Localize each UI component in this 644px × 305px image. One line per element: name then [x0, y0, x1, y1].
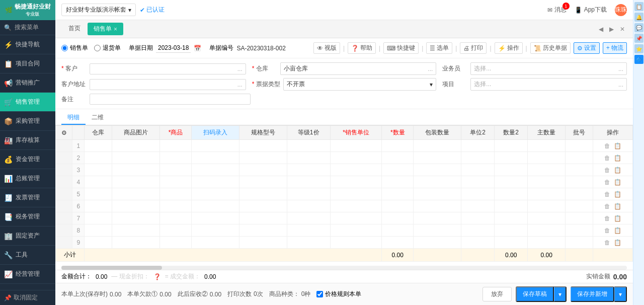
row-sales-unit[interactable] — [330, 176, 382, 188]
sidebar-item-sales[interactable]: 🛒 销售管理 — [0, 93, 55, 112]
row-qty[interactable] — [382, 164, 414, 176]
delete-icon[interactable]: 🗑 — [604, 215, 610, 222]
row-qty[interactable] — [382, 188, 414, 200]
delete-icon[interactable]: 🗑 — [604, 239, 610, 246]
row-warehouse[interactable] — [85, 237, 112, 249]
save-new-button[interactable]: 保存并新增 — [571, 286, 614, 302]
cancel-fixed-button[interactable]: 📌 取消固定 — [0, 290, 55, 305]
row-qty2[interactable] — [495, 237, 528, 249]
row-batch-import[interactable] — [191, 224, 239, 237]
copy-icon[interactable]: 📋 — [614, 191, 621, 198]
row-pack-qty[interactable] — [414, 237, 461, 249]
row-pack-qty[interactable] — [414, 224, 461, 237]
sidebar-item-tools[interactable]: 🔧 工具 — [0, 246, 55, 265]
right-panel-icon2[interactable]: 🔔 — [634, 13, 643, 22]
row-product-img[interactable] — [112, 152, 160, 164]
row-qty[interactable] — [382, 152, 414, 164]
price-check-item[interactable]: 价格规则本单 — [316, 290, 361, 298]
right-panel-icon5[interactable]: ⭐ — [634, 44, 643, 53]
row-spec[interactable] — [239, 237, 287, 249]
staff-input[interactable]: 选择... ... — [470, 62, 627, 75]
row-sales-unit[interactable] — [330, 200, 382, 212]
right-panel-icon3[interactable]: 💬 — [634, 23, 643, 32]
row-grade-price[interactable] — [287, 140, 330, 152]
row-unit2[interactable] — [461, 164, 495, 176]
row-batch-import[interactable] — [191, 237, 239, 249]
row-sales-unit[interactable] — [330, 140, 382, 152]
row-product[interactable] — [160, 224, 192, 237]
row-grade-price[interactable] — [287, 164, 330, 176]
sidebar-item-marketing[interactable]: 📢 营销推广 — [0, 73, 55, 93]
sidebar-item-invoice[interactable]: 🧾 发票管理 — [0, 188, 55, 207]
row-batch[interactable] — [566, 152, 593, 164]
row-batch[interactable] — [566, 237, 593, 249]
th-settings[interactable]: ⚙ — [56, 126, 72, 140]
row-pack-qty[interactable] — [414, 164, 461, 176]
sidebar-item-project[interactable]: 📋 项目合同 — [0, 54, 55, 73]
company-selector[interactable]: 好业财专业版演示帐套 ▾ — [61, 4, 136, 16]
row-qty[interactable] — [382, 212, 414, 224]
copy-icon[interactable]: 📋 — [614, 227, 621, 234]
row-product-img[interactable] — [112, 164, 160, 176]
sidebar-item-accounting[interactable]: 📊 总账管理 — [0, 169, 55, 188]
delete-icon[interactable]: 🗑 — [604, 142, 610, 149]
row-product[interactable] — [160, 140, 192, 152]
draft-caret-button[interactable]: ▾ — [554, 286, 567, 302]
row-qty[interactable] — [382, 140, 414, 152]
row-warehouse[interactable] — [85, 176, 112, 188]
help-button[interactable]: ❓ 帮助 — [348, 42, 376, 54]
row-batch-import[interactable] — [191, 188, 239, 200]
shortcut-button[interactable]: ⌨ 快捷键 — [383, 42, 419, 54]
row-batch-import[interactable] — [191, 140, 239, 152]
sidebar-item-reports[interactable]: 💳 小畅报销 — [0, 284, 55, 290]
message-button[interactable]: ✉ 1 消息 — [547, 6, 567, 14]
row-main-qty[interactable] — [528, 237, 566, 249]
row-unit2[interactable] — [461, 200, 495, 212]
sidebar-item-finance[interactable]: 💰 资金管理 — [0, 150, 55, 169]
copy-icon[interactable]: 📋 — [614, 167, 621, 174]
row-batch[interactable] — [566, 140, 593, 152]
row-spec[interactable] — [239, 164, 287, 176]
user-avatar[interactable]: 珠珠 — [615, 4, 627, 16]
row-main-qty[interactable] — [528, 164, 566, 176]
row-batch[interactable] — [566, 176, 593, 188]
row-spec[interactable] — [239, 176, 287, 188]
delete-icon[interactable]: 🗑 — [604, 203, 610, 210]
tab-detail-erwei[interactable]: 二维 — [86, 111, 110, 125]
delete-icon[interactable]: 🗑 — [604, 179, 610, 186]
row-product-img[interactable] — [112, 140, 160, 152]
copy-icon[interactable]: 📋 — [614, 215, 621, 222]
tab-prev-button[interactable]: ◀ — [597, 25, 605, 34]
copy-icon[interactable]: 📋 — [614, 203, 621, 210]
row-qty[interactable] — [382, 200, 414, 212]
row-pack-qty[interactable] — [414, 200, 461, 212]
row-product-img[interactable] — [112, 176, 160, 188]
row-pack-qty[interactable] — [414, 140, 461, 152]
sidebar-item-quick-nav[interactable]: ⚡ 快捷导航 — [0, 35, 55, 54]
row-pack-qty[interactable] — [414, 188, 461, 200]
invoice-select[interactable]: 不开票 ▾ — [283, 78, 437, 91]
tab-home[interactable]: 首页 — [61, 21, 88, 37]
save-new-caret-button[interactable]: ▾ — [614, 286, 627, 302]
row-warehouse[interactable] — [85, 212, 112, 224]
calendar-icon[interactable]: 📅 — [194, 45, 201, 52]
scrollbar-thumb[interactable] — [61, 266, 162, 270]
row-batch[interactable] — [566, 224, 593, 237]
row-qty2[interactable] — [495, 152, 528, 164]
row-product-img[interactable] — [112, 212, 160, 224]
row-qty[interactable] — [382, 237, 414, 249]
row-sales-unit[interactable] — [330, 164, 382, 176]
date-value[interactable]: 2023-03-18 — [156, 43, 191, 53]
row-spec[interactable] — [239, 200, 287, 212]
history-button[interactable]: 📜 历史单据 — [530, 42, 571, 54]
row-warehouse[interactable] — [85, 152, 112, 164]
project-input[interactable]: 选择... ... — [470, 78, 627, 91]
row-batch-import[interactable] — [191, 152, 239, 164]
row-main-qty[interactable] — [528, 152, 566, 164]
row-pack-qty[interactable] — [414, 176, 461, 188]
radio-sales[interactable]: 销售单 — [61, 44, 88, 52]
tab-detail-mingxi[interactable]: 明细 — [61, 111, 86, 125]
row-qty[interactable] — [382, 224, 414, 237]
operate-button[interactable]: ⚡ 操作 — [495, 42, 523, 54]
copy-icon[interactable]: 📋 — [614, 239, 621, 246]
